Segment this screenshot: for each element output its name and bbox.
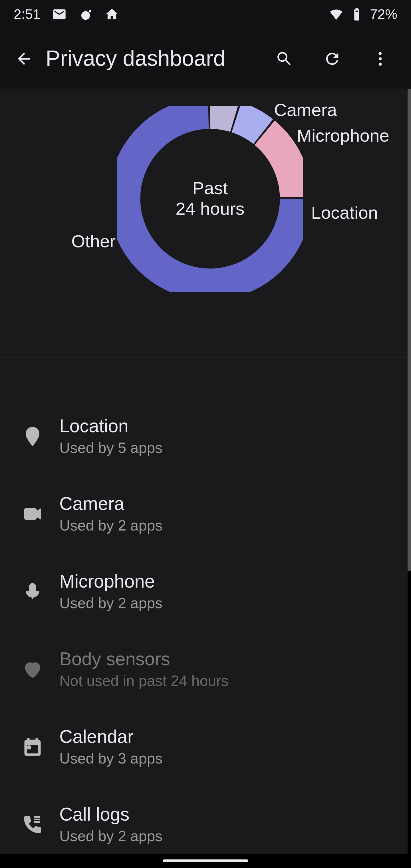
- svg-point-2: [379, 52, 382, 55]
- wifi-icon: [329, 7, 344, 22]
- svg-point-1: [89, 10, 91, 12]
- back-button[interactable]: [7, 41, 41, 76]
- row-sub: Used by 2 apps: [59, 828, 162, 845]
- svg-rect-10: [25, 509, 36, 519]
- donut-chart: Past 24 hours: [117, 106, 303, 292]
- calendar-icon: [22, 737, 43, 757]
- more-button[interactable]: [363, 41, 397, 76]
- row-title: Body sensors: [59, 649, 229, 670]
- location-icon: [22, 426, 43, 446]
- status-time: 2:51: [14, 6, 40, 22]
- row-sub: Used by 2 apps: [59, 594, 162, 612]
- app-bar: Privacy dashboard: [0, 29, 411, 89]
- row-title: Microphone: [59, 571, 162, 592]
- donut-center-label: Past 24 hours: [117, 106, 303, 292]
- scrollbar[interactable]: [408, 89, 411, 571]
- row-title: Location: [59, 416, 162, 437]
- nav-pill[interactable]: [163, 860, 248, 862]
- row-body-sensors[interactable]: Body sensorsNot used in past 24 hours: [0, 630, 408, 708]
- permission-list: LocationUsed by 5 apps CameraUsed by 2 a…: [0, 358, 408, 868]
- search-icon: [275, 50, 293, 68]
- content-area: Past 24 hours Camera Microphone Location…: [0, 89, 408, 854]
- mic-icon: [22, 581, 43, 602]
- page-title: Privacy dashboard: [46, 46, 267, 71]
- refresh-button[interactable]: [315, 41, 349, 76]
- row-sub: Used by 3 apps: [59, 750, 162, 768]
- home-icon: [104, 7, 119, 22]
- row-camera[interactable]: CameraUsed by 2 apps: [0, 475, 408, 553]
- search-button[interactable]: [267, 41, 302, 76]
- chart-label-other: Other: [71, 231, 116, 252]
- refresh-icon: [323, 50, 341, 68]
- chart-label-microphone: Microphone: [297, 126, 389, 146]
- status-bar: 2:51 72%: [0, 0, 411, 29]
- nav-bar: [0, 854, 411, 868]
- camera-icon: [22, 504, 43, 524]
- chart-label-camera: Camera: [274, 100, 337, 121]
- battery-icon: [349, 7, 364, 22]
- row-title: Call logs: [59, 804, 162, 825]
- svg-point-9: [31, 432, 35, 436]
- usage-chart: Past 24 hours Camera Microphone Location…: [0, 89, 408, 358]
- row-title: Camera: [59, 493, 162, 515]
- status-battery-pct: 72%: [370, 6, 397, 22]
- row-sub: Used by 5 apps: [59, 439, 162, 457]
- row-sub: Used by 2 apps: [59, 517, 162, 534]
- row-microphone[interactable]: MicrophoneUsed by 2 apps: [0, 553, 408, 630]
- heart-icon: [22, 659, 43, 680]
- row-sub: Not used in past 24 hours: [59, 672, 229, 690]
- arrow-back-icon: [15, 50, 33, 68]
- row-calendar[interactable]: CalendarUsed by 3 apps: [0, 708, 408, 786]
- mail-icon: [52, 7, 66, 22]
- svg-point-3: [379, 57, 382, 60]
- row-title: Calendar: [59, 726, 162, 747]
- row-location[interactable]: LocationUsed by 5 apps: [0, 398, 408, 475]
- reddit-icon: [78, 7, 93, 22]
- more-vert-icon: [371, 50, 389, 68]
- chart-label-location: Location: [311, 203, 378, 223]
- calllog-icon: [22, 814, 43, 835]
- svg-point-4: [379, 62, 382, 65]
- row-call-logs[interactable]: Call logsUsed by 2 apps: [0, 786, 408, 863]
